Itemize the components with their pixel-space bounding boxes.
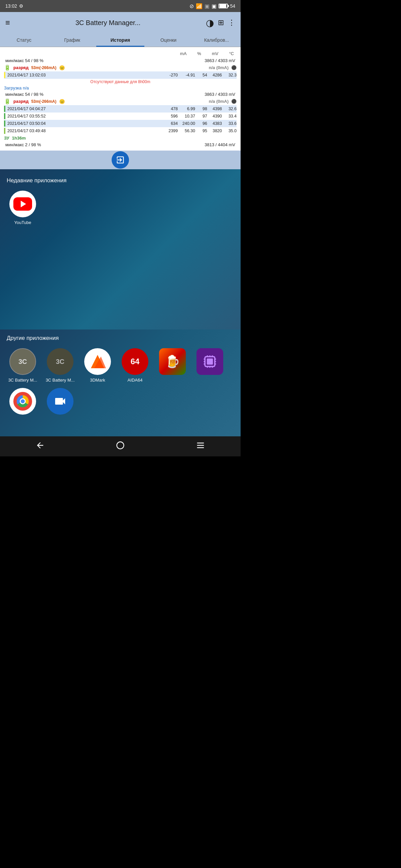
- battery-fill: [220, 4, 226, 8]
- row2-1-mv: 4390: [207, 114, 222, 119]
- chrome-ring: [13, 392, 32, 411]
- row2-0-pcval: 98: [195, 106, 207, 111]
- camera-icon: [47, 388, 74, 415]
- bar-indicator-2-0: [4, 106, 5, 112]
- row2-1-temp: 33.4: [222, 114, 237, 119]
- recent-apps-title: Недавние приложения: [7, 177, 234, 184]
- app-title: 3C Battery Manager...: [14, 19, 202, 27]
- 3dmark-svg: [88, 351, 108, 372]
- battery-low-icon-2: 🔋: [4, 98, 11, 104]
- minmax-mv-2: 3863 / 4303 mV: [204, 92, 235, 97]
- row2-3-temp: 35.0: [222, 128, 237, 133]
- battery-indicator: [219, 4, 228, 8]
- recents-button[interactable]: [188, 438, 213, 455]
- data-row-2-1: 2021/04/17 03:55:52 596 10.37 97 4390 33…: [4, 113, 237, 120]
- row1-pct: -4.91: [178, 73, 195, 78]
- tab-history[interactable]: История: [96, 33, 144, 47]
- grid-icon[interactable]: ⊞: [218, 18, 224, 27]
- row2-3-datetime: 2021/04/17 03:49:48: [7, 128, 162, 133]
- row2-1-datetime: 2021/04/17 03:55:52: [7, 114, 162, 119]
- app-aida64[interactable]: 64 AIDA64: [119, 348, 151, 382]
- battery-low-icon: 🔋: [4, 64, 11, 71]
- cpu-icon: [197, 348, 223, 375]
- row2-2-pct: 240.00: [178, 121, 195, 126]
- 3cbattery1-label: 3C Battery M...: [8, 378, 37, 382]
- signal-icon: ⊘: [190, 3, 194, 9]
- row1-ma: -270: [162, 73, 178, 78]
- other-apps-grid: 3C 3C Battery M... 3C 3C Battery M... 3D…: [7, 348, 234, 417]
- battery-percent: 54: [230, 3, 235, 9]
- 3cbattery2-label: 3C Battery M...: [46, 378, 75, 382]
- exit-app-button[interactable]: [112, 151, 129, 168]
- status-right: ⊘ 📶 ▣ ▣ 54: [190, 3, 235, 9]
- app-chrome[interactable]: [7, 388, 39, 417]
- minmax-mv-1: 3863 / 4303 mV: [204, 58, 235, 63]
- youtube-icon: [9, 191, 36, 217]
- app-cpu[interactable]: [194, 348, 226, 382]
- data-row-1: 2021/04/17 13:02:03 -270 -4.91 54 4286 3…: [4, 71, 237, 79]
- col-ma: mA: [180, 51, 187, 56]
- bar-indicator-2-3: [4, 128, 5, 134]
- row2-2-mv: 4383: [207, 121, 222, 126]
- discharge-duration-1: 53m(-266mA): [31, 65, 56, 70]
- row2-1-pct: 10.37: [178, 114, 195, 119]
- chrome-center: [20, 398, 26, 404]
- menu-icon[interactable]: ≡: [5, 18, 10, 27]
- minmax-label-3: мин/макс 2 / 98 %: [5, 142, 41, 147]
- tab-graph[interactable]: График: [48, 33, 96, 47]
- row2-0-pct: 6.99: [178, 106, 195, 111]
- app-3cbattery2[interactable]: 3C 3C Battery M...: [44, 348, 76, 382]
- row1-pcval: 54: [195, 73, 207, 78]
- back-button[interactable]: [27, 438, 53, 455]
- wifi-icon: 📶: [196, 3, 202, 9]
- status-left: 13:02 ⚙: [5, 3, 23, 9]
- app-3cbattery1[interactable]: 3C 3C Battery M...: [7, 348, 39, 382]
- dot-icon-1: ⚫: [231, 65, 237, 70]
- app-beer[interactable]: 🍺: [156, 348, 189, 382]
- app-youtube[interactable]: YouTube: [7, 191, 39, 225]
- discharge-label-2: разряд: [13, 99, 28, 104]
- col-pct: %: [197, 51, 201, 56]
- row2-0-datetime: 2021/04/17 04:04:27: [7, 106, 162, 111]
- row1-datetime: 2021/04/17 13:02:03: [7, 73, 162, 78]
- row2-3-pcval: 95: [195, 128, 207, 133]
- more-icon[interactable]: ⋮: [228, 18, 235, 27]
- pie-icon[interactable]: ◑: [206, 18, 214, 28]
- bar-indicator-1: [4, 72, 5, 78]
- tab-status[interactable]: Статус: [0, 33, 48, 47]
- tab-calibrate[interactable]: Калибров...: [193, 33, 240, 47]
- face-icon-2: 😐: [59, 99, 65, 104]
- home-button[interactable]: [108, 438, 133, 455]
- minmax-mv-3: 3813 / 4404 mV: [204, 142, 235, 147]
- minmax-row-3: мин/макс 2 / 98 % 3813 / 4404 mV: [4, 142, 237, 148]
- exit-button-area: [0, 151, 240, 169]
- discharge-section-1: 🔋 разряд 53m(-266mA) 😐 n/a (0mA) ⚫: [4, 64, 237, 71]
- row1-temp: 32.3: [222, 73, 237, 78]
- row2-2-ma: 634: [162, 121, 178, 126]
- aida64-label: AIDA64: [127, 378, 143, 382]
- home-icon: [116, 441, 125, 450]
- row2-3-pct: 56.30: [178, 128, 195, 133]
- svg-rect-3: [207, 359, 213, 365]
- settings-icon: ⚙: [19, 3, 23, 9]
- time-display: 13:02: [5, 3, 17, 9]
- svg-rect-18: [197, 445, 204, 446]
- row2-0-ma: 478: [162, 106, 178, 111]
- svg-rect-17: [197, 443, 204, 443]
- youtube-label: YouTube: [14, 220, 31, 225]
- app-camera[interactable]: [44, 388, 76, 417]
- column-headers: mA % mV °C: [4, 50, 237, 57]
- tab-ratings[interactable]: Оценки: [144, 33, 193, 47]
- row2-2-temp: 33.6: [222, 121, 237, 126]
- charger-label: ЗУ: [4, 135, 9, 141]
- app-bar: ≡ 3C Battery Manager... ◑ ⊞ ⋮: [0, 12, 240, 33]
- other-apps-title: Другие приложения: [7, 335, 234, 342]
- cpu-svg: [202, 354, 217, 369]
- signal3-icon: ▣: [211, 3, 217, 9]
- app-3dmark[interactable]: 3DMark: [82, 348, 114, 382]
- 3cbattery1-icon: 3C: [9, 348, 36, 375]
- nav-bar: [0, 436, 240, 456]
- 3cbattery2-icon: 3C: [47, 348, 74, 375]
- camera-svg: [54, 395, 67, 408]
- row2-2-datetime: 2021/04/17 03:50:04: [7, 121, 162, 126]
